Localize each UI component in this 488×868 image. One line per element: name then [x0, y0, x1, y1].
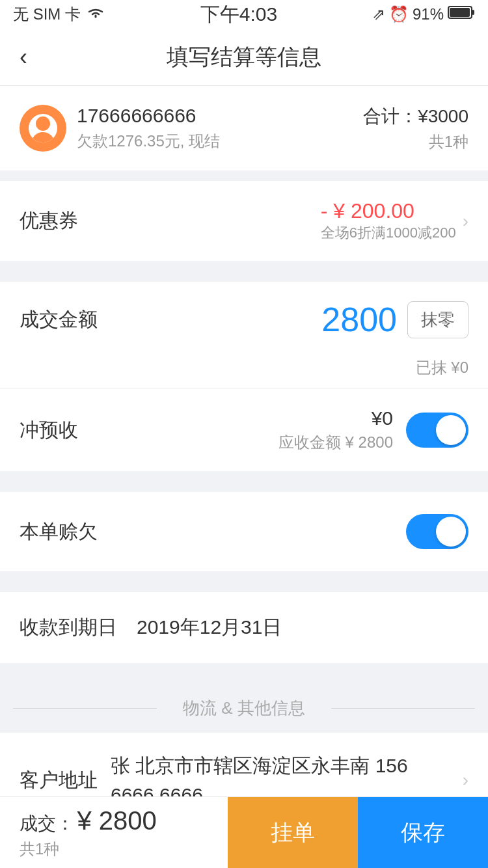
- bottom-deal-label: 成交：: [20, 813, 74, 834]
- section-divider-2: [0, 481, 488, 492]
- duedate-label: 收款到期日: [20, 614, 117, 641]
- logistics-text: 物流 & 其他信息: [183, 697, 305, 720]
- prereceive-receivable: 应收金额 ¥ 2800: [278, 432, 393, 453]
- content-area: 17666666666 欠款1276.35元, 现结 合计：¥3000 共1种 …: [0, 86, 488, 868]
- duedate-row: 收款到期日 2019年12月31日: [0, 592, 488, 663]
- transaction-label: 成交金额: [20, 306, 98, 333]
- transaction-right: 2800 抹零: [321, 300, 468, 339]
- customer-left: 17666666666 欠款1276.35元, 现结: [20, 105, 220, 152]
- customer-info: 17666666666 欠款1276.35元, 现结: [77, 105, 220, 152]
- avatar-head: [36, 116, 50, 131]
- coupon-right: - ¥ 200.00 全场6折满1000减200 ›: [321, 199, 468, 243]
- prereceive-amount: ¥0: [278, 407, 393, 429]
- section-divider-1: [0, 271, 488, 282]
- total-amount: 合计：¥3000: [363, 104, 468, 129]
- coupon-row[interactable]: 优惠券 - ¥ 200.00 全场6折满1000减200 ›: [0, 181, 488, 261]
- section-divider-4: [0, 673, 488, 684]
- prereceive-right: ¥0 应收金额 ¥ 2800: [278, 407, 468, 453]
- bottom-bar: 成交： ¥ 2800 共1种 挂单 保存: [0, 796, 488, 868]
- debt-row: 本单赊欠: [0, 492, 488, 571]
- debt-toggle-knob: [436, 517, 466, 547]
- hang-button[interactable]: 挂单: [228, 797, 358, 869]
- nav-bar: ‹ 填写结算等信息: [0, 29, 488, 86]
- logistics-divider: 物流 & 其他信息: [0, 684, 488, 733]
- transaction-section: 成交金额 2800 抹零 已抹 ¥0 冲预收 ¥0 应收金额 ¥ 2800: [0, 282, 488, 471]
- duedate-value: 2019年12月31日: [137, 614, 282, 641]
- address-arrow-icon: ›: [463, 770, 468, 791]
- svg-rect-2: [450, 8, 470, 17]
- logistics-line-left: [13, 708, 157, 709]
- avatar-body: [31, 132, 55, 142]
- toggle-knob: [436, 415, 466, 445]
- battery-percent: 91%: [413, 5, 444, 23]
- round-zero-button[interactable]: 抹零: [407, 301, 468, 338]
- sim-status: 无 SIM 卡: [13, 4, 81, 25]
- wifi-icon: [86, 5, 105, 23]
- bottom-count: 共1种: [20, 839, 208, 860]
- customer-phone: 17666666666: [77, 105, 220, 127]
- section-divider-3: [0, 582, 488, 592]
- status-time: 下午4:03: [200, 1, 277, 28]
- avatar: [20, 105, 66, 152]
- prereceive-label: 冲预收: [20, 417, 78, 444]
- prereceive-toggle[interactable]: [406, 413, 468, 448]
- page-title: 填写结算等信息: [167, 42, 321, 72]
- back-button[interactable]: ‹: [13, 37, 34, 77]
- transaction-row: 成交金额 2800 抹零: [0, 282, 488, 357]
- bottom-deal-amount: ¥ 2800: [77, 806, 156, 835]
- debt-toggle[interactable]: [406, 514, 468, 549]
- logistics-line-right: [331, 708, 475, 709]
- bottom-summary: 成交： ¥ 2800 共1种: [0, 806, 228, 860]
- location-icon: ⇗: [372, 5, 385, 23]
- battery-icon: [448, 5, 475, 23]
- alarm-icon: ⏰: [389, 5, 409, 23]
- save-button[interactable]: 保存: [358, 797, 488, 869]
- customer-right: 合计：¥3000 共1种: [363, 104, 468, 152]
- coupon-info: - ¥ 200.00 全场6折满1000减200: [321, 199, 456, 243]
- svg-rect-1: [472, 10, 474, 15]
- customer-card: 17666666666 欠款1276.35元, 现结 合计：¥3000 共1种: [0, 86, 488, 170]
- avatar-icon: [29, 114, 57, 142]
- bottom-deal-row: 成交： ¥ 2800: [20, 806, 208, 836]
- customer-note: 欠款1276.35元, 现结: [77, 131, 220, 152]
- prereceive-row: 冲预收 ¥0 应收金额 ¥ 2800: [0, 389, 488, 471]
- coupon-discount: - ¥ 200.00: [321, 199, 456, 223]
- prereceive-info: ¥0 应收金额 ¥ 2800: [278, 407, 393, 453]
- coupon-arrow-icon: ›: [463, 211, 468, 232]
- total-count: 共1种: [363, 131, 468, 152]
- transaction-amount: 2800: [321, 300, 397, 339]
- status-bar: 无 SIM 卡 下午4:03 ⇗ ⏰ 91%: [0, 0, 488, 29]
- address-label: 客户地址: [20, 767, 98, 794]
- coupon-description: 全场6折满1000减200: [321, 223, 456, 243]
- debt-label: 本单赊欠: [20, 519, 98, 545]
- already-rounded: 已抹 ¥0: [0, 357, 488, 388]
- status-right: ⇗ ⏰ 91%: [372, 5, 475, 23]
- coupon-label: 优惠券: [20, 208, 78, 234]
- status-left: 无 SIM 卡: [13, 4, 105, 25]
